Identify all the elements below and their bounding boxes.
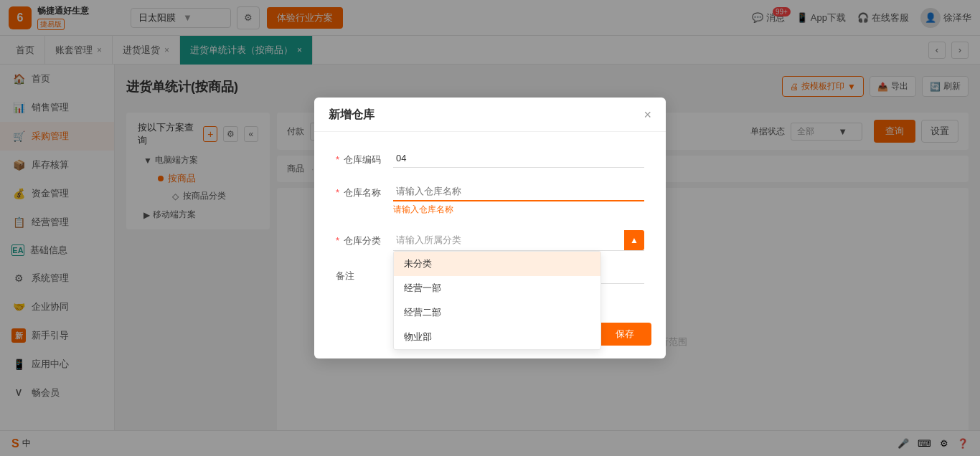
category-arrow-button[interactable]: ▲ <box>624 230 644 250</box>
new-warehouse-dialog: 新增仓库 × * 仓库编码 * 仓库名称 <box>314 98 666 358</box>
dropdown-item-uncategorized[interactable]: 未分类 <box>394 252 600 276</box>
code-field-wrap <box>393 149 644 168</box>
name-error-message: 请输入仓库名称 <box>393 204 644 216</box>
required-star-cat: * <box>336 235 339 246</box>
name-field-wrap: 请输入仓库名称 <box>393 182 644 216</box>
form-row-name: * 仓库名称 请输入仓库名称 <box>336 182 644 216</box>
note-label: 备注 <box>336 265 393 282</box>
code-label: * 仓库编码 <box>336 149 393 166</box>
dialog-header: 新增仓库 × <box>314 98 666 132</box>
category-dropdown: 未分类 经营一部 经营二部 物业部 <box>393 251 601 350</box>
dialog-title: 新增仓库 <box>329 108 374 123</box>
category-field-wrap: 请输入所属分类 ▲ 未分类 经营一部 经营二部 <box>393 230 644 251</box>
form-row-category: * 仓库分类 请输入所属分类 ▲ 未分类 经营一部 <box>336 230 644 251</box>
code-input[interactable] <box>393 149 644 168</box>
category-select[interactable]: 请输入所属分类 ▲ <box>393 230 644 251</box>
dialog-close-button[interactable]: × <box>644 108 651 123</box>
dropdown-item-dept1[interactable]: 经营一部 <box>394 276 600 300</box>
dropdown-item-dept2[interactable]: 经营二部 <box>394 300 600 325</box>
dialog-overlay: 新增仓库 × * 仓库编码 * 仓库名称 <box>0 0 980 456</box>
name-input[interactable] <box>393 182 644 201</box>
category-label: * 仓库分类 <box>336 230 393 247</box>
dialog-body: * 仓库编码 * 仓库名称 请输入仓库名称 <box>314 132 666 315</box>
required-star-name: * <box>336 187 339 198</box>
save-button[interactable]: 保存 <box>598 323 651 346</box>
form-row-code: * 仓库编码 <box>336 149 644 168</box>
name-label: * 仓库名称 <box>336 182 393 199</box>
required-star: * <box>336 154 339 165</box>
dropdown-item-dept3[interactable]: 物业部 <box>394 325 600 349</box>
